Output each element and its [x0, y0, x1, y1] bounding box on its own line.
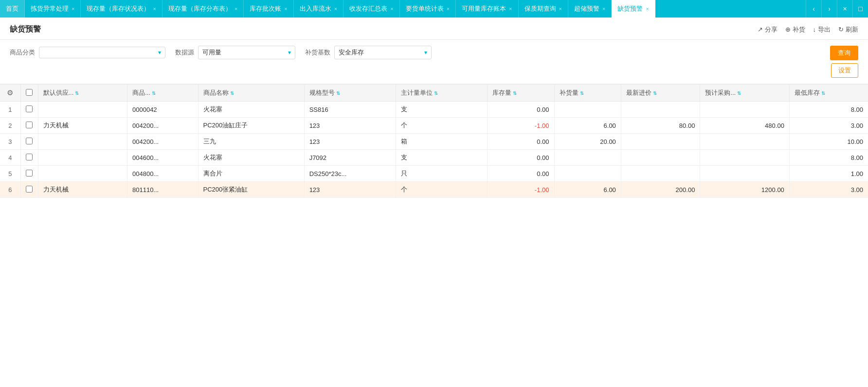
- cell-checkbox[interactable]: [20, 102, 38, 118]
- th-latest-price[interactable]: 最新进价 ⇅: [621, 85, 700, 102]
- category-filter-group: 商品分类 ▾: [10, 47, 165, 58]
- tab-shortage-close[interactable]: ×: [646, 6, 649, 12]
- row-checkbox[interactable]: [26, 170, 33, 176]
- cell-replenish: [554, 102, 621, 118]
- th-unit[interactable]: 主计量单位 ⇅: [396, 85, 488, 102]
- cell-num: 2: [0, 118, 20, 134]
- tab-order[interactable]: 要货单统计表 ×: [400, 0, 456, 18]
- export-button[interactable]: ↓ 导出: [813, 25, 831, 34]
- th-checkbox: [20, 85, 38, 102]
- tab-overstock-close[interactable]: ×: [602, 6, 605, 12]
- cell-supplier: [38, 102, 127, 118]
- cell-checkbox[interactable]: [20, 182, 38, 198]
- cell-replenish: [554, 150, 621, 166]
- datasource-select[interactable]: 可用量 ▾: [198, 46, 295, 59]
- nav-controls: ‹ › × □: [806, 0, 868, 18]
- row-checkbox[interactable]: [26, 186, 33, 193]
- refresh-icon: ↻: [838, 26, 844, 33]
- table-row: 4 004600... 火花塞 J7092 支 0.00 8.00: [0, 150, 868, 166]
- nav-close-btn[interactable]: ×: [837, 0, 852, 18]
- th-name[interactable]: 商品名称 ⇅: [198, 85, 304, 102]
- tab-overstock[interactable]: 超储预警 ×: [568, 0, 612, 18]
- cell-num: 5: [0, 166, 20, 182]
- cell-supplier: 力天机械: [38, 182, 127, 198]
- cell-name: PC200油缸庄子: [198, 118, 304, 134]
- nav-maximize-btn[interactable]: □: [852, 0, 868, 18]
- tab-available[interactable]: 可用量库存账本 ×: [456, 0, 518, 18]
- share-button[interactable]: ↗ 分享: [758, 25, 778, 34]
- th-supplier[interactable]: 默认供应... ⇅: [38, 85, 127, 102]
- replenish-value: 安全库存: [339, 48, 364, 57]
- tab-order-close[interactable]: ×: [447, 6, 450, 12]
- export-label: 导出: [818, 25, 831, 34]
- cell-replenish: 6.00: [554, 118, 621, 134]
- tab-shortage[interactable]: 缺货预警 ×: [612, 0, 655, 18]
- replenish-select[interactable]: 安全库存 ▾: [334, 46, 432, 59]
- cell-code: 801110...: [127, 182, 198, 198]
- row-checkbox[interactable]: [26, 122, 33, 128]
- tab-inventory1[interactable]: 现存量（库存状况表） ×: [81, 0, 162, 18]
- cell-checkbox[interactable]: [20, 150, 38, 166]
- share-label: 分享: [765, 25, 778, 34]
- tab-home[interactable]: 首页: [0, 0, 25, 18]
- tab-summary-close[interactable]: ×: [390, 6, 393, 12]
- cell-num: 1: [0, 102, 20, 118]
- tab-shortage-label: 缺货预警: [617, 4, 643, 13]
- header-actions: ↗ 分享 ⊕ 补货 ↓ 导出 ↻ 刷新: [758, 25, 859, 34]
- cell-supplier: [38, 134, 127, 150]
- tab-picking-close[interactable]: ×: [72, 6, 74, 12]
- tab-inventory2-close[interactable]: ×: [235, 6, 237, 12]
- name-sort-icon: ⇅: [230, 90, 234, 96]
- row-checkbox[interactable]: [26, 106, 33, 112]
- tab-available-close[interactable]: ×: [509, 6, 512, 12]
- tab-expiry[interactable]: 保质期查询 ×: [519, 0, 568, 18]
- th-code[interactable]: 商品... ⇅: [127, 85, 198, 102]
- row-checkbox[interactable]: [26, 138, 33, 144]
- th-stock[interactable]: 库存量 ⇅: [488, 85, 554, 102]
- cell-min-stock: 10.00: [789, 134, 868, 150]
- tab-batch-close[interactable]: ×: [284, 6, 287, 12]
- cell-unit: 箱: [396, 134, 488, 150]
- cell-stock: 0.00: [488, 134, 554, 150]
- tab-inventory2[interactable]: 现存量（库存分布表） ×: [163, 0, 244, 18]
- nav-next-btn[interactable]: ›: [821, 0, 837, 18]
- cell-code: 004200...: [127, 134, 198, 150]
- cell-min-stock: 1.00: [789, 166, 868, 182]
- th-spec[interactable]: 规格型号 ⇅: [304, 85, 396, 102]
- table-row: 5 004800... 离合片 DS250*23c... 只 0.00 1.00: [0, 166, 868, 182]
- nav-prev-btn[interactable]: ‹: [806, 0, 821, 18]
- tab-available-label: 可用量库存账本: [462, 4, 506, 13]
- th-gear[interactable]: ⚙: [0, 85, 20, 102]
- gear-icon[interactable]: ⚙: [7, 88, 13, 97]
- settings-button[interactable]: 设置: [831, 63, 858, 78]
- cell-unit: 支: [396, 102, 488, 118]
- tab-home-label: 首页: [6, 4, 18, 13]
- cell-checkbox[interactable]: [20, 134, 38, 150]
- row-checkbox[interactable]: [26, 154, 33, 160]
- th-est-purchase[interactable]: 预计采购... ⇅: [700, 85, 789, 102]
- stock-sort-icon: ⇅: [513, 90, 517, 96]
- category-select[interactable]: ▾: [39, 47, 165, 58]
- cell-checkbox[interactable]: [20, 118, 38, 134]
- table-row: 2 力天机械 004200... PC200油缸庄子 123 个 -1.00 6…: [0, 118, 868, 134]
- tab-flow[interactable]: 出入库流水 ×: [294, 0, 344, 18]
- select-all-checkbox[interactable]: [26, 89, 33, 96]
- tab-picking[interactable]: 拣货异常处理 ×: [25, 0, 81, 18]
- tab-batch[interactable]: 库存批次账 ×: [244, 0, 293, 18]
- query-button[interactable]: 查询: [830, 46, 858, 60]
- cell-num: 6: [0, 182, 20, 198]
- tab-inventory1-close[interactable]: ×: [153, 6, 156, 12]
- th-min-stock[interactable]: 最低库存 ⇅: [789, 85, 868, 102]
- replenish-label: 补货: [793, 25, 805, 34]
- tab-summary[interactable]: 收发存汇总表 ×: [344, 0, 399, 18]
- tab-flow-close[interactable]: ×: [334, 6, 337, 12]
- cell-est-purchase: [700, 134, 789, 150]
- replenish-button[interactable]: ⊕ 补货: [785, 25, 805, 34]
- cell-latest-price: [621, 102, 700, 118]
- refresh-button[interactable]: ↻ 刷新: [838, 25, 858, 34]
- datasource-filter-group: 数据源 可用量 ▾: [175, 46, 295, 59]
- tab-inventory1-label: 现存量（库存状况表）: [87, 4, 150, 13]
- tab-expiry-close[interactable]: ×: [559, 6, 562, 12]
- cell-checkbox[interactable]: [20, 166, 38, 182]
- th-replenish[interactable]: 补货量 ⇅: [554, 85, 621, 102]
